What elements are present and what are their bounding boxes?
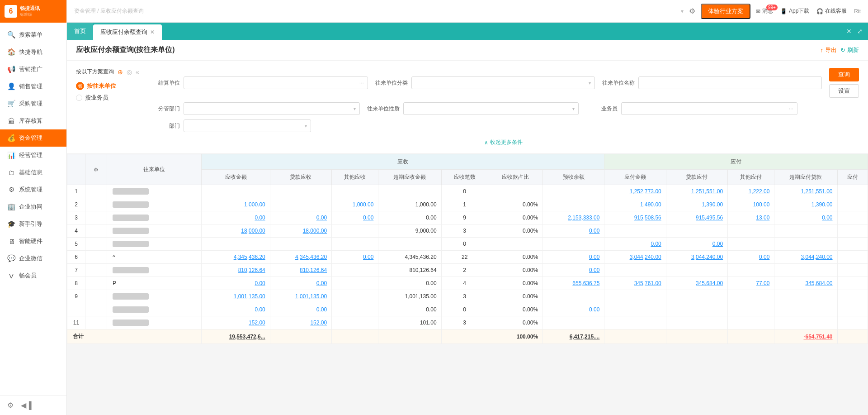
- user-info[interactable]: Rit: [854, 8, 861, 14]
- unit-nature-input[interactable]: ▾: [403, 102, 579, 115]
- th-settings[interactable]: ⚙: [85, 154, 107, 185]
- sidebar-item-sales[interactable]: 👤 销售管理: [0, 78, 66, 95]
- prepay-cell[interactable]: 655,636.75: [543, 277, 604, 290]
- link-value[interactable]: 0.00: [363, 254, 373, 260]
- method-by-staff[interactable]: 按业务员: [76, 93, 139, 103]
- promo-button[interactable]: 体验行业方案: [701, 4, 750, 19]
- dept-input[interactable]: ▾: [184, 119, 311, 132]
- footer-overdue-pay[interactable]: -654,751.40: [774, 329, 837, 344]
- sidebar-item-basic[interactable]: 🗂 基础信息: [0, 164, 66, 181]
- loan-pay-cell[interactable]: 3,044,240.00: [666, 251, 727, 264]
- settlement-input[interactable]: ···: [184, 76, 368, 89]
- link-value[interactable]: 1,000.00: [244, 201, 265, 208]
- prepay-cell[interactable]: 0.00: [543, 264, 604, 277]
- link-value[interactable]: 0.00: [255, 280, 265, 286]
- collapse-button[interactable]: ∧ 收起更多条件: [148, 137, 859, 148]
- link-value[interactable]: 3,044,240.00: [801, 254, 832, 260]
- link-value[interactable]: 0.00: [363, 215, 373, 221]
- sidebar-item-guide[interactable]: 🎓 新手引导: [0, 215, 66, 233]
- gear-icon[interactable]: ⚙: [689, 7, 695, 15]
- prepay-cell[interactable]: 0.00: [543, 303, 604, 316]
- link-value[interactable]: 0.00: [712, 241, 723, 247]
- pay-amount-cell[interactable]: 1,490.00: [604, 198, 666, 211]
- footer-receivable[interactable]: 19,553,472,6...: [202, 329, 270, 344]
- sidebar-item-purchase[interactable]: 🛒 采购管理: [0, 95, 66, 112]
- overdue-pay-cell[interactable]: 1,251,551.00: [774, 185, 837, 198]
- unit-category-input[interactable]: ▾: [411, 76, 595, 89]
- link-value[interactable]: 0.00: [589, 306, 599, 313]
- link-value[interactable]: 3,044,240.00: [630, 254, 661, 260]
- app-download-button[interactable]: 📱 App下载: [780, 7, 809, 15]
- prepay-cell[interactable]: 0.00: [543, 251, 604, 264]
- recv-amount-cell[interactable]: 1,001,135.00: [202, 290, 270, 303]
- sidebar-item-hardware[interactable]: 🖥 智能硬件: [0, 233, 66, 250]
- sidebar-item-system[interactable]: ⚙ 系统管理: [0, 181, 66, 198]
- overdue-pay-cell[interactable]: 1,390.00: [774, 198, 837, 211]
- collapse-left-icon[interactable]: «: [136, 68, 139, 76]
- link-value[interactable]: 0.00: [316, 215, 327, 221]
- other-pay-cell[interactable]: 77.00: [728, 277, 774, 290]
- pay-amount-cell[interactable]: 3,044,240.00: [604, 251, 666, 264]
- link-value[interactable]: 152.00: [249, 320, 265, 326]
- sidebar-collapse-icon[interactable]: ◀▐: [21, 401, 31, 410]
- loan-recv-cell[interactable]: 810,126.64: [270, 264, 331, 277]
- service-button[interactable]: 🎧 在线客服: [816, 7, 847, 15]
- link-value[interactable]: 0.00: [589, 254, 599, 260]
- link-value[interactable]: 13.00: [756, 215, 769, 221]
- loan-recv-cell[interactable]: 0.00: [270, 277, 331, 290]
- link-value[interactable]: 0.00: [822, 215, 832, 221]
- recv-amount-cell[interactable]: 0.00: [202, 277, 270, 290]
- recv-amount-cell[interactable]: 18,000.00: [202, 224, 270, 238]
- loan-pay-cell[interactable]: 345,684.00: [666, 277, 727, 290]
- link-value[interactable]: 1,490.00: [640, 201, 661, 208]
- sidebar-item-vip[interactable]: V 畅会员: [0, 267, 66, 284]
- link-value[interactable]: 1,000.00: [353, 201, 374, 208]
- footer-prepay[interactable]: 6,417,215....: [543, 329, 604, 344]
- link-value[interactable]: 1,252,773.00: [630, 188, 661, 195]
- link-value[interactable]: 1,222.00: [749, 188, 770, 195]
- link-value[interactable]: 915,508.56: [634, 215, 661, 221]
- link-value[interactable]: 0.00: [316, 306, 327, 313]
- link-value[interactable]: 0.00: [759, 254, 769, 260]
- link-value[interactable]: 1,001,135.00: [295, 293, 327, 300]
- link-value[interactable]: 0.00: [589, 267, 599, 273]
- loan-recv-cell[interactable]: 0.00: [270, 211, 331, 224]
- other-recv-cell[interactable]: 0.00: [332, 251, 378, 264]
- link-value[interactable]: 345,684.00: [805, 280, 832, 286]
- link-value[interactable]: 915,495.56: [696, 215, 723, 221]
- link-value[interactable]: 1,251,551.00: [801, 188, 832, 195]
- recv-amount-cell[interactable]: 1,000.00: [202, 198, 270, 211]
- loan-recv-cell[interactable]: 18,000.00: [270, 224, 331, 238]
- window-close-icon[interactable]: ✕: [846, 28, 852, 35]
- sidebar-item-operation[interactable]: 📊 经营管理: [0, 147, 66, 164]
- link-value[interactable]: 0.00: [316, 280, 327, 286]
- settings-button[interactable]: 设置: [829, 84, 859, 98]
- sidebar-item-finance[interactable]: 💰 资金管理: [0, 129, 66, 147]
- link-value[interactable]: 345,684.00: [696, 280, 723, 286]
- loan-pay-cell[interactable]: 1,390.00: [666, 198, 727, 211]
- recv-amount-cell[interactable]: 0.00: [202, 303, 270, 316]
- method-by-unit[interactable]: 畅 按往来单位: [76, 81, 139, 91]
- message-button[interactable]: ✉ 消息 99+: [756, 7, 773, 15]
- link-value[interactable]: 1,001,135.00: [234, 293, 265, 300]
- loan-pay-cell[interactable]: 1,251,551.00: [666, 185, 727, 198]
- other-pay-cell[interactable]: 13.00: [728, 211, 774, 224]
- link-value[interactable]: 810,126.64: [238, 267, 265, 273]
- link-value[interactable]: 0.00: [651, 241, 661, 247]
- loan-recv-cell[interactable]: 0.00: [270, 303, 331, 316]
- pay-amount-cell[interactable]: 345,761.00: [604, 277, 666, 290]
- add-icon[interactable]: ⊕: [118, 68, 123, 76]
- refresh-button[interactable]: ↻ 刷新: [840, 46, 859, 54]
- sidebar-item-marketing[interactable]: 📢 营销推广: [0, 61, 66, 78]
- other-pay-cell[interactable]: 1,222.00: [728, 185, 774, 198]
- sidebar-item-inventory[interactable]: 🏛 库存核算: [0, 112, 66, 129]
- recv-amount-cell[interactable]: 0.00: [202, 211, 270, 224]
- link-value[interactable]: 3,044,240.00: [691, 254, 723, 260]
- window-expand-icon[interactable]: ⤢: [857, 28, 863, 35]
- other-recv-cell[interactable]: 1,000.00: [332, 198, 378, 211]
- other-pay-cell[interactable]: 100.00: [728, 198, 774, 211]
- unit-name-input[interactable]: [638, 76, 822, 89]
- loan-recv-cell[interactable]: 152.00: [270, 316, 331, 329]
- other-pay-cell[interactable]: 0.00: [728, 251, 774, 264]
- link-value[interactable]: 18,000.00: [241, 228, 265, 234]
